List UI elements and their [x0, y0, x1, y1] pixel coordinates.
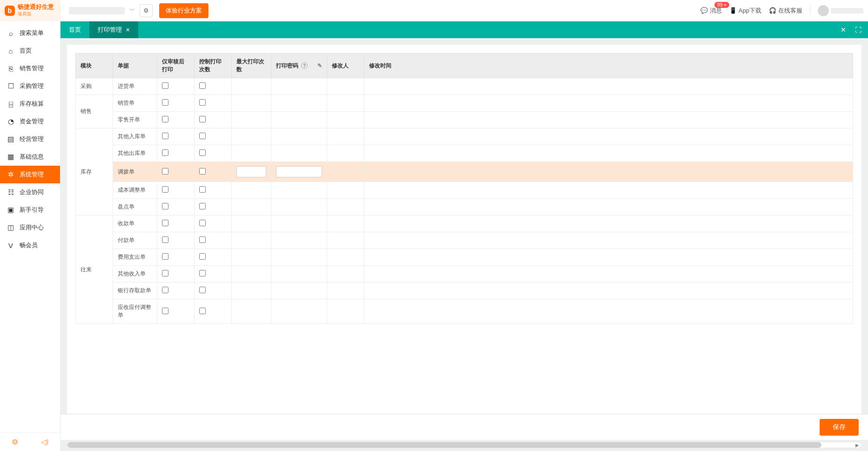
sidebar-bottom: ⚙ ◁⁞ — [0, 432, 60, 451]
scrollbar-thumb[interactable] — [67, 442, 821, 448]
chevron-down-icon: ﹀ — [129, 7, 135, 14]
control-count-checkbox[interactable] — [199, 149, 206, 156]
control-count-checkbox[interactable] — [199, 308, 206, 314]
save-button[interactable]: 保存 — [820, 419, 859, 436]
sidebar-item-basic-info[interactable]: ▦基础信息 — [0, 148, 60, 166]
audit-only-checkbox[interactable] — [162, 99, 168, 106]
tab-label: 打印管理 — [98, 26, 122, 34]
audit-only-checkbox[interactable] — [162, 236, 168, 243]
topbar-right: 💬 消息 99 + 📱 App下载 🎧 在线客服 — [700, 5, 863, 16]
industry-plan-button[interactable]: 体验行业方案 — [159, 3, 209, 18]
tab-close-icon[interactable]: ✕ — [126, 27, 130, 33]
module-cell: 往来 — [76, 215, 113, 324]
control-count-checkbox[interactable] — [199, 253, 206, 260]
control-count-checkbox[interactable] — [199, 168, 206, 175]
audit-only-cell — [157, 128, 195, 145]
column-header: 控制打印次数 — [195, 54, 232, 78]
audit-only-checkbox[interactable] — [162, 270, 168, 276]
control-count-checkbox[interactable] — [199, 220, 206, 226]
edit-icon[interactable]: ✎ — [317, 62, 322, 69]
control-count-cell — [195, 283, 232, 299]
sidebar-item-label: 基础信息 — [20, 153, 44, 161]
password-cell — [271, 95, 327, 112]
audit-only-checkbox[interactable] — [162, 116, 168, 122]
control-count-checkbox[interactable] — [199, 287, 206, 293]
sidebar-item-inventory-acct[interactable]: ⌸库存核算 — [0, 95, 60, 113]
org-name-placeholder — [69, 7, 125, 14]
control-count-checkbox[interactable] — [199, 186, 206, 193]
sidebar-item-label: 首页 — [20, 47, 32, 55]
max-count-cell — [232, 182, 271, 199]
audit-only-checkbox[interactable] — [162, 186, 168, 193]
modifier-cell — [327, 232, 364, 249]
control-count-checkbox[interactable] — [199, 270, 206, 276]
password-input[interactable] — [276, 166, 322, 177]
audit-only-cell — [157, 199, 195, 215]
audit-only-checkbox[interactable] — [162, 287, 168, 293]
tab-首页[interactable]: 首页 — [61, 21, 89, 38]
audit-only-checkbox[interactable] — [162, 82, 168, 89]
password-cell — [271, 266, 327, 283]
sidebar-item-search-menu[interactable]: ⌕搜索菜单 — [0, 24, 60, 42]
control-count-cell — [195, 249, 232, 266]
modify-time-cell — [364, 299, 853, 324]
horizontal-scrollbar[interactable]: ▶ — [67, 442, 861, 448]
control-count-checkbox[interactable] — [199, 203, 206, 209]
sidebar-item-enterprise-collab[interactable]: ☷企业协同 — [0, 183, 60, 201]
audit-only-checkbox[interactable] — [162, 220, 168, 226]
control-count-checkbox[interactable] — [199, 116, 206, 122]
tab-fullscreen-button[interactable]: ⛶ — [853, 25, 863, 35]
audit-only-checkbox[interactable] — [162, 168, 168, 175]
audit-only-cell — [157, 249, 195, 266]
user-menu[interactable] — [818, 5, 863, 16]
sidebar-item-system-mgmt[interactable]: ✲系统管理 — [0, 166, 60, 183]
max-count-input[interactable] — [236, 166, 266, 177]
settings-button[interactable]: ⚙ — [140, 4, 153, 17]
sidebar-item-app-center[interactable]: ◫应用中心 — [0, 219, 60, 236]
audit-only-cell — [157, 162, 195, 182]
audit-only-checkbox[interactable] — [162, 203, 168, 209]
sidebar-item-home[interactable]: ⌂首页 — [0, 42, 60, 60]
topbar: b 畅捷通好生意 臻易版 ﹀ ⚙ 体验行业方案 💬 消息 99 + 📱 App下… — [0, 0, 868, 21]
audit-only-checkbox[interactable] — [162, 133, 168, 139]
online-service-button[interactable]: 🎧 在线客服 — [769, 7, 802, 15]
modify-time-cell — [364, 128, 853, 145]
control-count-checkbox[interactable] — [199, 133, 206, 139]
table-row: 调拨单 — [76, 162, 853, 182]
control-count-checkbox[interactable] — [199, 82, 206, 89]
sidebar-item-purchase-mgmt[interactable]: ☐采购管理 — [0, 77, 60, 95]
close-icon: ✕ — [838, 25, 848, 35]
sidebar-settings-button[interactable]: ⚙ — [0, 433, 30, 451]
avatar-icon — [818, 5, 829, 16]
sidebar-item-operation-mgmt[interactable]: ▤经营管理 — [0, 130, 60, 148]
tab-close-all-button[interactable]: ✕ — [838, 25, 848, 35]
help-icon[interactable]: ? — [301, 62, 308, 69]
home-icon: ⌂ — [7, 47, 15, 55]
control-count-checkbox[interactable] — [199, 236, 206, 243]
modify-time-cell — [364, 145, 853, 162]
modifier-cell — [327, 162, 364, 182]
audit-only-cell — [157, 266, 195, 283]
org-selector[interactable]: ﹀ — [69, 7, 135, 14]
footer-bar: 保存 — [61, 414, 868, 440]
audit-only-checkbox[interactable] — [162, 149, 168, 156]
audit-only-checkbox[interactable] — [162, 308, 168, 314]
sidebar-item-sales-mgmt[interactable]: ⎘销售管理 — [0, 60, 60, 77]
control-count-checkbox[interactable] — [199, 99, 206, 106]
column-header: 最大打印次数 — [232, 54, 271, 78]
modify-time-cell — [364, 162, 853, 182]
audit-only-checkbox[interactable] — [162, 253, 168, 260]
app-download-button[interactable]: 📱 App下载 — [729, 7, 761, 15]
collapse-icon: ◁⁞ — [41, 438, 49, 446]
scrollbar-right-arrow[interactable]: ▶ — [855, 442, 860, 448]
tab-打印管理[interactable]: 打印管理✕ — [89, 21, 138, 38]
sidebar-collapse-button[interactable]: ◁⁞ — [30, 433, 61, 451]
sidebar-item-membership[interactable]: V畅会员 — [0, 236, 60, 254]
sidebar-item-newbie-guide[interactable]: ▣新手引导 — [0, 201, 60, 219]
gear-icon: ⚙ — [12, 438, 18, 446]
messages-button[interactable]: 💬 消息 99 + — [700, 7, 722, 15]
modifier-cell — [327, 128, 364, 145]
modify-time-cell — [364, 283, 853, 299]
brand[interactable]: b 畅捷通好生意 臻易版 — [0, 0, 61, 21]
sidebar-item-fund-mgmt[interactable]: ◔资金管理 — [0, 113, 60, 130]
